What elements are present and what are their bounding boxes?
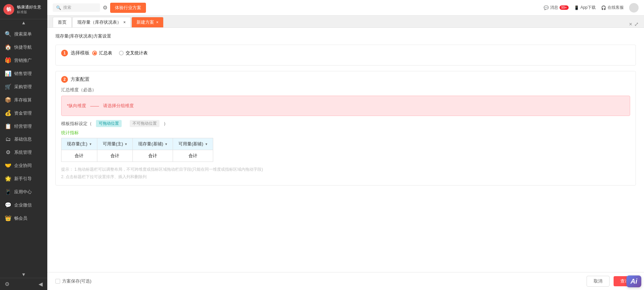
tab-expand-icon[interactable]: ⤢ xyxy=(634,21,639,27)
stats-col-3-label: 现存量(基辅) xyxy=(138,141,163,147)
sidebar-item-purchase[interactable]: 🛒 采购管理 xyxy=(0,80,47,93)
radio-summary[interactable]: 汇总表 xyxy=(92,50,112,56)
sidebar-item-label-guide: 新手引导 xyxy=(14,176,32,182)
step2-number: 2 xyxy=(61,76,68,83)
collapse-icon[interactable]: ◀ xyxy=(39,281,43,287)
sidebar-item-label-marketing: 营销推广 xyxy=(14,57,32,64)
tab-home[interactable]: 首页 xyxy=(53,17,72,27)
radio-cross[interactable]: 交叉统计表 xyxy=(119,50,148,56)
stats-col-4[interactable]: 可用量(基辅) ▾ xyxy=(173,138,213,150)
save-checkbox[interactable] xyxy=(55,279,60,284)
tab-inventory-close-icon[interactable]: × xyxy=(123,20,126,25)
stats-col-1-chevron: ▾ xyxy=(90,142,92,146)
hint-1: 提示： 1.拖动标题栏可以调整布局，不可跨维度或指标区域拖动栏目字段(只能在同一… xyxy=(61,166,630,173)
topbar-left: 🔍 搜索 ⚙ 体验行业方案 xyxy=(53,3,540,13)
stats-col-2[interactable]: 可用量(主) ▾ xyxy=(97,138,133,150)
sidebar-item-label-member: 畅会员 xyxy=(14,215,27,221)
enterprise-icon: 🤝 xyxy=(5,162,11,169)
dimension-box[interactable]: *纵向维度 —— 请选择分组维度 xyxy=(61,96,630,116)
settings-footer-icon[interactable]: ⚙ xyxy=(5,281,9,287)
stats-col-2-chevron: ▾ xyxy=(125,142,127,146)
hints-area: 提示： 1.拖动标题栏可以调整布局，不可跨维度或指标区域拖动栏目字段(只能在同一… xyxy=(61,166,630,180)
cancel-button[interactable]: 取消 xyxy=(587,276,610,287)
stats-cell-3: 合计 xyxy=(133,150,173,162)
radio-summary-circle xyxy=(92,51,97,55)
app-download-item[interactable]: 📱 App下载 xyxy=(574,5,596,10)
tab-inventory-status[interactable]: 现存量（库存状况表） × xyxy=(72,17,131,27)
sidebar-item-search[interactable]: 🔍 搜索菜单 xyxy=(0,27,47,41)
customer-service-item[interactable]: 🎧 在线客服 xyxy=(601,5,624,10)
basic-icon: 🗂 xyxy=(5,136,11,142)
indicators-label: 模板指标设定（ xyxy=(61,121,92,127)
sidebar-item-inventory[interactable]: 📦 库存核算 xyxy=(0,93,47,106)
drag-badge: 可拖动位置 xyxy=(96,120,122,127)
brand-logo: 畅 xyxy=(3,4,14,15)
customer-service-label: 在线客服 xyxy=(608,5,624,10)
step1-number: 1 xyxy=(61,50,68,56)
sidebar-footer: ⚙ ◀ xyxy=(0,278,47,290)
sidebar-item-label-sales: 销售管理 xyxy=(14,71,32,77)
sidebar-item-sales[interactable]: 📊 销售管理 xyxy=(0,67,47,80)
member-icon: 👑 xyxy=(5,215,11,221)
marketing-icon: 🎁 xyxy=(5,57,11,64)
app-download-icon: 📱 xyxy=(574,5,579,10)
sidebar-item-label-operations: 经营管理 xyxy=(14,123,32,129)
radio-cross-circle xyxy=(119,51,124,55)
topbar-settings-icon[interactable]: ⚙ xyxy=(103,4,107,11)
message-icon: 💬 xyxy=(544,5,549,10)
sidebar-scroll-up[interactable]: ▲ xyxy=(0,19,47,26)
nodrag-badge: 不可拖动位置 xyxy=(130,120,159,127)
indicators-close: ） xyxy=(164,121,168,127)
stats-title: 统计指标 xyxy=(61,130,630,136)
tab-new-plan[interactable]: 新建方案 × xyxy=(131,17,164,27)
sidebar-item-label-purchase: 采购管理 xyxy=(14,84,32,90)
sidebar-item-shortcut[interactable]: 🏠 快捷导航 xyxy=(0,41,47,54)
sidebar-scroll-down[interactable]: ▼ xyxy=(0,271,47,278)
sidebar-item-basic[interactable]: 🗂 基础信息 xyxy=(0,133,47,146)
sidebar-item-wechat[interactable]: 💬 企业微信 xyxy=(0,198,47,212)
tab-new-plan-close-icon[interactable]: × xyxy=(156,20,158,25)
sidebar-item-operations[interactable]: 📋 经营管理 xyxy=(0,120,47,133)
dimension-dash: —— xyxy=(90,103,99,108)
tabbar: 首页 现存量（库存状况表） × 新建方案 × × ⤢ xyxy=(47,16,644,28)
bottombar: 方案保存(可选) 取消 查询 xyxy=(47,272,644,290)
inventory-icon: 📦 xyxy=(5,97,11,103)
ai-badge[interactable]: Ai xyxy=(626,275,641,287)
message-item[interactable]: 💬 消息 99+ xyxy=(544,5,569,10)
sidebar-item-label-wechat: 企业微信 xyxy=(14,202,32,208)
stats-cell-4: 合计 xyxy=(173,150,213,162)
user-avatar[interactable] xyxy=(629,3,639,13)
stats-col-3-chevron: ▾ xyxy=(165,142,167,146)
message-badge: 99+ xyxy=(560,5,569,10)
dimension-required: *纵向维度 xyxy=(67,103,86,109)
stats-col-1-label: 现存量(主) xyxy=(67,141,88,147)
sidebar-item-label-enterprise: 企业协同 xyxy=(14,163,32,169)
sidebar-item-enterprise[interactable]: 🤝 企业协同 xyxy=(0,159,47,172)
finance-icon: 💰 xyxy=(5,110,11,116)
sidebar-item-marketing[interactable]: 🎁 营销推广 xyxy=(0,54,47,67)
shortcut-icon: 🏠 xyxy=(5,44,11,50)
sidebar-nav: 🔍 搜索菜单 🏠 快捷导航 🎁 营销推广 📊 销售管理 🛒 采购管理 📦 库存核… xyxy=(0,26,47,271)
step1-header: 1 选择模板 汇总表 交叉统计表 xyxy=(61,50,630,56)
search-box[interactable]: 🔍 搜索 xyxy=(53,3,100,12)
tab-inventory-label: 现存量（库存状况表） xyxy=(77,19,121,25)
message-label: 消息 xyxy=(550,5,558,10)
sidebar-item-finance[interactable]: 💰 资金管理 xyxy=(0,106,47,120)
sidebar-item-guide[interactable]: 🌟 新手引导 xyxy=(0,172,47,185)
hint-2: 2. 点击标题栏下拉可设置排序、插入列和删除列 xyxy=(61,173,630,181)
tab-close-all-icon[interactable]: × xyxy=(629,21,632,27)
stats-col-4-chevron: ▾ xyxy=(205,142,207,146)
content-area: 现存量(库存状况表)方案设置 1 选择模板 汇总表 交叉统计表 xyxy=(47,28,644,272)
stats-col-3[interactable]: 现存量(基辅) ▾ xyxy=(133,138,173,150)
sidebar-item-app[interactable]: 📱 应用中心 xyxy=(0,185,47,198)
stats-col-1[interactable]: 现存量(主) ▾ xyxy=(61,138,97,150)
main-area: 🔍 搜索 ⚙ 体验行业方案 💬 消息 99+ 📱 App下载 🎧 在线客服 xyxy=(47,0,644,290)
industry-btn[interactable]: 体验行业方案 xyxy=(110,3,146,13)
step1-section: 1 选择模板 汇总表 交叉统计表 xyxy=(55,45,636,66)
radio-summary-label: 汇总表 xyxy=(99,50,112,56)
sidebar-item-system[interactable]: ⚙ 系统管理 xyxy=(0,146,47,159)
customer-service-icon: 🎧 xyxy=(601,5,606,10)
sidebar-item-member[interactable]: 👑 畅会员 xyxy=(0,212,47,225)
topbar: 🔍 搜索 ⚙ 体验行业方案 💬 消息 99+ 📱 App下载 🎧 在线客服 xyxy=(47,0,644,16)
save-option[interactable]: 方案保存(可选) xyxy=(55,278,92,284)
